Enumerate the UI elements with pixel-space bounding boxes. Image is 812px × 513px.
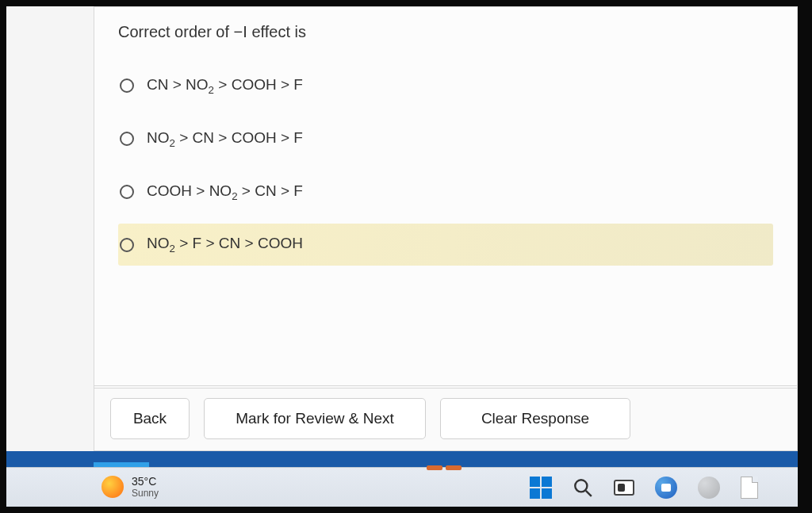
option-label: COOH > NO2 > CN > F: [147, 182, 303, 202]
option-label: NO2 > F > CN > COOH: [147, 235, 303, 255]
question-text: Correct order of −I effect is: [118, 23, 773, 41]
button-bar: Back Mark for Review & Next Clear Respon…: [94, 385, 797, 450]
option-label: CN > NO2 > COOH > F: [147, 76, 303, 96]
taskbar: 35°C Sunny: [6, 467, 798, 507]
app-icon[interactable]: [698, 477, 720, 499]
start-icon[interactable]: [530, 477, 552, 499]
weather-condition: Sunny: [132, 488, 159, 499]
option-3[interactable]: COOH > NO2 > CN > F: [118, 171, 773, 213]
weather-temperature: 35°C: [132, 476, 159, 488]
radio-icon: [120, 132, 134, 146]
weather-widget[interactable]: 35°C Sunny: [102, 476, 159, 499]
option-4[interactable]: NO2 > F > CN > COOH: [118, 224, 773, 266]
clear-response-button[interactable]: Clear Response: [440, 398, 630, 439]
option-1[interactable]: CN > NO2 > COOH > F: [118, 65, 773, 107]
chat-icon[interactable]: [655, 477, 677, 499]
radio-icon: [120, 185, 134, 199]
option-label: NO2 > CN > COOH > F: [147, 129, 303, 149]
accent-handles: [425, 459, 481, 465]
option-2[interactable]: NO2 > CN > COOH > F: [118, 118, 773, 160]
quiz-panel: Correct order of −I effect is CN > NO2 >…: [94, 6, 798, 451]
radio-icon: [120, 238, 134, 252]
svg-point-0: [575, 480, 587, 492]
svg-line-1: [586, 490, 592, 496]
mark-review-next-button[interactable]: Mark for Review & Next: [204, 398, 426, 439]
radio-icon: [120, 78, 134, 93]
back-button[interactable]: Back: [110, 398, 190, 439]
task-view-icon[interactable]: [614, 480, 634, 496]
search-icon[interactable]: [573, 477, 593, 498]
file-explorer-icon[interactable]: [741, 477, 758, 499]
sun-icon: [102, 476, 124, 498]
progress-accent: [94, 462, 149, 467]
